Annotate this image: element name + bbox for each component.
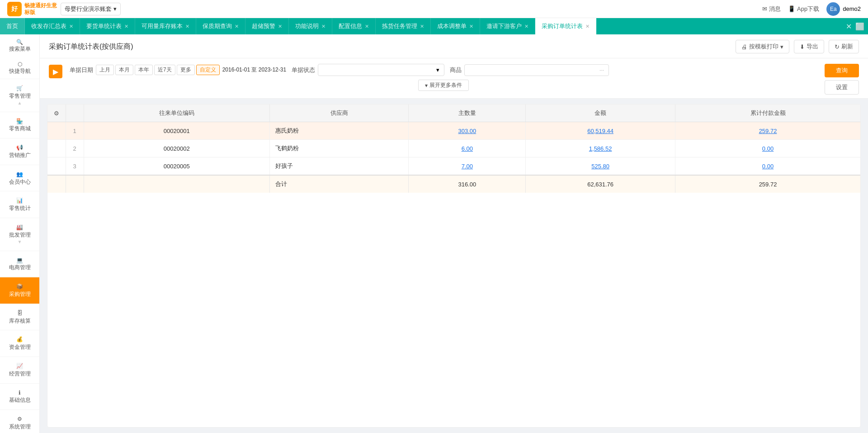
sidebar-item-inventory[interactable]: 🗄 库存核算 [0,304,39,331]
tab-invite-downstream[interactable]: 邀请下游客户 ✕ [480,18,535,34]
paid-amount[interactable]: 0.00 [675,157,860,176]
table-row: 3 00020005 好孩子 7.00 525.80 0.00 [47,157,860,176]
sidebar-item-basic-info[interactable]: ℹ 基础信息 [0,384,39,410]
sidebar-item-marketing[interactable]: 📢 营销推广 [0,138,39,165]
sidebar-item-search[interactable]: 🔍 搜索菜单 [0,34,39,57]
quantity[interactable]: 7.00 [409,157,526,176]
sidebar-item-finance[interactable]: 💰 资金管理 [0,330,39,357]
close-icon[interactable]: ✕ [585,24,590,29]
query-button[interactable]: 查询 [825,64,859,77]
amount[interactable]: 525.80 [526,157,675,176]
date-btn-custom[interactable]: 自定义 [196,65,220,75]
sidebar-item-retail-mgmt[interactable]: 🛒 零售管理 ▲ [0,79,39,112]
tab-picking-task[interactable]: 拣货任务管理 ✕ [376,18,431,34]
row-settings[interactable] [47,157,66,176]
app-download-button[interactable]: 📱 App下载 [788,5,819,13]
tab-config[interactable]: 配置信息 ✕ [332,18,376,34]
settings-column-header[interactable]: ⚙ [47,105,66,122]
tab-feature-guide[interactable]: 功能说明 ✕ [289,18,332,34]
goods-filter: 商品 ··· [450,64,609,76]
download-icon: 📱 [788,5,795,12]
top-bar-right: ✉ 消息 📱 App下载 Ea demo2 [762,2,861,16]
sidebar-item-retail-stats[interactable]: 📊 零售统计 [0,191,39,218]
logo-area: 好 畅捷通好生意 标版 [7,2,57,16]
logo-text: 畅捷通好生意 标版 [24,2,57,15]
print-icon: 🖨 [741,43,747,50]
quantity[interactable]: 6.00 [409,140,526,157]
tab-cost-adjust[interactable]: 成本调整单 ✕ [431,18,480,34]
tab-receive-summary[interactable]: 收发存汇总表 ✕ [25,18,80,34]
supplier-name: 惠氏奶粉 [269,122,409,140]
sidebar-item-ecommerce[interactable]: 💻 电商管理 [0,251,39,278]
goods-input[interactable]: ··· [464,64,609,76]
close-icon[interactable]: ✕ [185,24,189,29]
table-row: 2 00020002 飞鹤奶粉 6.00 1,586.52 0.00 [47,140,860,157]
date-btn-last-month[interactable]: 上月 [96,65,114,75]
paid-amount[interactable]: 0.00 [675,140,860,157]
paid-amount[interactable]: 259.72 [675,122,860,140]
sidebar-item-member-center[interactable]: 👥 会员中心 [0,165,39,192]
user-area[interactable]: Ea demo2 [826,2,861,16]
logo-icon: 好 [7,2,22,16]
sidebar-item-wholesale-mgmt[interactable]: 🏭 批发管理 ▼ [0,218,39,251]
expand-button[interactable]: ▾ 展开更多条件 [418,80,469,91]
close-icon[interactable]: ✕ [365,24,369,29]
sidebar-item-operation-mgmt[interactable]: 📈 经营管理 [0,357,39,384]
close-icon[interactable]: ✕ [69,24,73,29]
close-icon[interactable]: ✕ [235,24,239,29]
date-btn-7days[interactable]: 近7天 [154,65,175,75]
tab-expiry-query[interactable]: 保质期查询 ✕ [196,18,245,34]
close-icon[interactable]: ✕ [124,24,128,29]
quantity[interactable]: 303.00 [409,122,526,140]
close-icon[interactable]: ✕ [524,24,528,29]
date-btn-this-month[interactable]: 本月 [115,65,133,75]
footer-label: 合计 [269,175,409,193]
close-all-icon[interactable]: ✕ [846,22,852,31]
close-icon[interactable]: ✕ [278,24,282,29]
status-select[interactable]: ▾ [318,64,444,76]
collapse-filter-button[interactable]: ▶ [49,65,62,78]
tab-available-stock[interactable]: 可用量库存账本 ✕ [135,18,196,34]
ecommerce-icon: 💻 [16,257,23,264]
tab-home[interactable]: 首页 [0,18,25,34]
workspace-selector[interactable]: 母婴行业演示账套 ▾ [61,3,121,15]
tab-purchase-summary[interactable]: 采购订单统计表 ✕ [535,18,596,34]
table-row: 1 00020001 惠氏奶粉 303.00 60,519.44 259.72 [47,122,860,140]
expand-row: ▾ 展开更多条件 [70,80,817,91]
sidebar-item-system-mgmt[interactable]: ⚙ 系统管理 [0,410,39,433]
page-header: 采购订单统计表(按供应商) 🖨 按模板打印 ▾ ⬇ 导出 ↻ 刷新 [40,34,868,58]
quantity-column-header: 主数量 [409,105,526,122]
export-button[interactable]: ⬇ 导出 [794,40,824,53]
sidebar-item-purchase-mgmt[interactable]: 📦 采购管理 [0,277,39,304]
sidebar-item-shortcut[interactable]: ⬡ 快捷导航 [0,57,39,79]
message-button[interactable]: ✉ 消息 [762,5,781,13]
page-actions: 🖨 按模板打印 ▾ ⬇ 导出 ↻ 刷新 [736,40,859,53]
close-icon[interactable]: ✕ [420,24,424,29]
amount[interactable]: 60,519.44 [526,122,675,140]
footer-row-num [66,175,84,193]
filter-main-row: ▶ 单据日期 上月 本月 本年 近7天 更多 [49,64,859,95]
username: demo2 [843,5,861,12]
sidebar-item-retail-shop[interactable]: 🏪 零售商城 [0,112,39,139]
chevron-down-icon: ▾ [436,67,439,73]
maximize-icon[interactable]: ⬜ [855,22,864,31]
settings-button[interactable]: 设置 [825,80,859,95]
filter-area: ▶ 单据日期 上月 本月 本年 近7天 更多 [40,58,868,99]
search-icon: 🔍 [2,39,38,45]
row-settings[interactable] [47,140,66,157]
close-icon[interactable]: ✕ [469,24,473,29]
close-icon[interactable]: ✕ [321,24,326,29]
print-button[interactable]: 🖨 按模板打印 ▾ [736,40,789,53]
tab-goods-summary[interactable]: 要货单统计表 ✕ [80,18,135,34]
chevron-icon: ▲ [18,100,22,106]
refresh-button[interactable]: ↻ 刷新 [829,40,859,53]
table-footer: 合计 316.00 62,631.76 259.72 [47,175,860,193]
row-settings[interactable] [47,122,66,140]
date-btn-this-year[interactable]: 本年 [135,65,153,75]
tab-overstock[interactable]: 超储预警 ✕ [245,18,289,34]
date-btn-more[interactable]: 更多 [177,65,195,75]
supplier-code: 00020001 [84,122,269,140]
chevron-down-icon: ▾ [425,82,428,89]
avatar: Ea [826,2,840,16]
amount[interactable]: 1,586.52 [526,140,675,157]
